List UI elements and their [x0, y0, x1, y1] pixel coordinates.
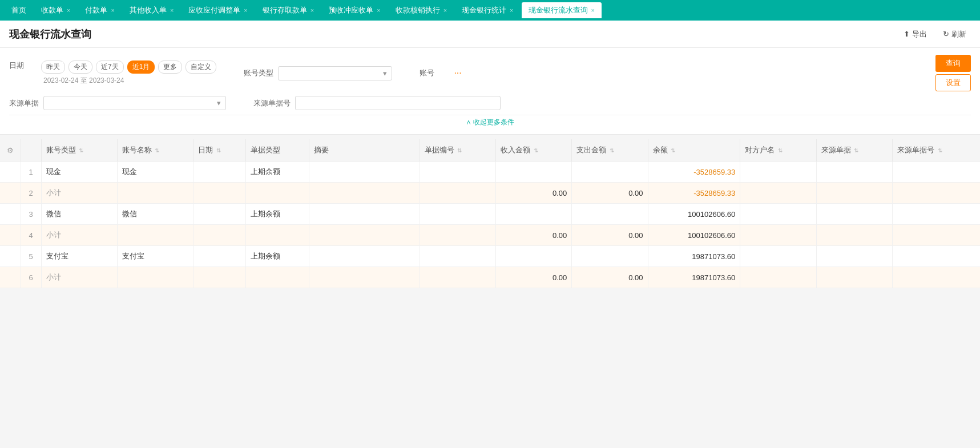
td-settings — [0, 162, 21, 183]
td-source-doc-no — [892, 267, 980, 288]
td-summary — [309, 246, 420, 267]
th-account-name[interactable]: 账号名称 ⇅ — [117, 139, 193, 162]
date-btn-more[interactable]: 更多 — [158, 60, 182, 74]
th-counterpart[interactable]: 对方户名 ⇅ — [740, 139, 816, 162]
nav-tab-4[interactable]: 银行存取款单 × — [256, 2, 321, 18]
td-expense — [572, 246, 648, 267]
nav-tab-1[interactable]: 付款单 × — [78, 2, 121, 18]
nav-tab-8[interactable]: 现金银行流水查询 × — [522, 2, 602, 18]
account-label: 账号 — [420, 68, 447, 78]
td-date — [193, 162, 245, 183]
td-account-name: 支付宝 — [117, 246, 193, 267]
table-row: 3 微信 微信 上期余额 100102606.60 — [0, 204, 980, 225]
source-doc-select[interactable]: ▾ — [43, 96, 226, 110]
td-doc-no — [420, 267, 495, 288]
table-row: 6 小计 0.00 0.00 19871073.60 — [0, 267, 980, 288]
table-row: 2 小计 0.00 0.00 -3528659.33 — [0, 183, 980, 204]
query-button[interactable]: 查询 — [935, 55, 971, 72]
td-income — [495, 162, 571, 183]
close-tab-5-icon[interactable]: × — [377, 7, 380, 14]
gear-icon[interactable]: ⚙ — [7, 146, 14, 155]
td-balance: 19871073.60 — [648, 246, 740, 267]
settings-button[interactable]: 设置 — [935, 74, 971, 91]
td-balance: 19871073.60 — [648, 267, 740, 288]
td-doc-no — [420, 183, 495, 204]
date-btn-custom[interactable]: 自定义 — [185, 60, 216, 74]
th-expense[interactable]: 支出金额 ⇅ — [572, 139, 648, 162]
td-summary — [309, 267, 420, 288]
nav-tab-2[interactable]: 其他收入单 × — [123, 2, 180, 18]
nav-tab-0[interactable]: 收款单 × — [34, 2, 77, 18]
td-account-name — [117, 183, 193, 204]
td-index: 1 — [21, 162, 41, 183]
refresh-icon: ↻ — [943, 30, 949, 38]
td-doc-no — [420, 225, 495, 246]
close-tab-4-icon[interactable]: × — [310, 7, 314, 14]
source-doc-num-input[interactable] — [295, 96, 501, 110]
export-button[interactable]: ⬆ 导出 — [899, 27, 931, 42]
nav-tab-5[interactable]: 预收冲应收单 × — [322, 2, 387, 18]
close-tab-7-icon[interactable]: × — [510, 7, 513, 14]
date-btn-7days[interactable]: 近7天 — [96, 60, 124, 74]
td-doc-no — [420, 204, 495, 225]
td-account-type: 支付宝 — [41, 246, 117, 267]
th-source-doc[interactable]: 来源单据 ⇅ — [816, 139, 892, 162]
td-expense — [572, 204, 648, 225]
nav-home[interactable]: 首页 — [5, 3, 33, 18]
close-tab-3-icon[interactable]: × — [244, 7, 247, 14]
th-date[interactable]: 日期 ⇅ — [193, 139, 245, 162]
td-expense — [572, 162, 648, 183]
table-header-row: ⚙ 账号类型 ⇅ 账号名称 ⇅ 日期 ⇅ 单据类型 摘要 单据编号 ⇅ 收入金额… — [0, 139, 980, 162]
date-btn-1month[interactable]: 近1月 — [127, 60, 155, 74]
td-account-name — [117, 225, 193, 246]
th-settings[interactable]: ⚙ — [0, 139, 21, 162]
nav-tab-7[interactable]: 现金银行统计 × — [455, 2, 520, 18]
table-body: 1 现金 现金 上期余额 -3528659.33 2 小计 0.00 0.00 … — [0, 162, 980, 288]
td-source-doc — [816, 267, 892, 288]
date-range-display: 2023-02-24 至 2023-03-24 — [43, 76, 216, 86]
close-tab-8-icon[interactable]: × — [591, 7, 595, 14]
page-header: 现金银行流水查询 ⬆ 导出 ↻ 刷新 — [0, 21, 980, 48]
td-index: 4 — [21, 225, 41, 246]
nav-tab-3[interactable]: 应收应付调整单 × — [182, 2, 254, 18]
td-source-doc-no — [892, 162, 980, 183]
td-settings — [0, 225, 21, 246]
td-doc-no — [420, 162, 495, 183]
td-account-type: 现金 — [41, 162, 117, 183]
th-income[interactable]: 收入金额 ⇅ — [495, 139, 571, 162]
td-summary — [309, 162, 420, 183]
td-date — [193, 204, 245, 225]
td-expense: 0.00 — [572, 225, 648, 246]
date-options: 昨天 今天 近7天 近1月 更多 自定义 — [41, 60, 216, 74]
td-account-type: 微信 — [41, 204, 117, 225]
collapse-conditions-btn[interactable]: ∧ 收起更多条件 — [9, 115, 971, 130]
close-tab-6-icon[interactable]: × — [443, 7, 447, 14]
table-row: 5 支付宝 支付宝 上期余额 19871073.60 — [0, 246, 980, 267]
nav-tab-6[interactable]: 收款核销执行 × — [389, 2, 454, 18]
close-tab-1-icon[interactable]: × — [111, 7, 114, 14]
th-account-type[interactable]: 账号类型 ⇅ — [41, 139, 117, 162]
filter-row-1: 日期 昨天 今天 近7天 近1月 更多 自定义 2023-02-24 至 202… — [9, 55, 971, 91]
date-btn-yesterday[interactable]: 昨天 — [41, 60, 65, 74]
td-index: 5 — [21, 246, 41, 267]
td-doc-type: 上期余额 — [245, 162, 309, 183]
th-balance[interactable]: 余额 ⇅ — [648, 139, 740, 162]
td-doc-type — [245, 183, 309, 204]
filter-row-2: 来源单据 ▾ 来源单据号 — [9, 96, 971, 110]
account-more-btn[interactable]: ··· — [451, 66, 463, 80]
td-account-type: 小计 — [41, 225, 117, 246]
date-btn-today[interactable]: 今天 — [68, 60, 92, 74]
close-tab-0-icon[interactable]: × — [67, 7, 70, 14]
td-source-doc-no — [892, 204, 980, 225]
right-filter-btns: 查询 设置 — [935, 55, 971, 91]
account-type-select[interactable]: ▾ — [278, 66, 392, 80]
top-nav: 首页 收款单 × 付款单 × 其他收入单 × 应收应付调整单 × 银行存取款单 … — [0, 0, 980, 21]
refresh-button[interactable]: ↻ 刷新 — [938, 27, 971, 42]
th-doc-no[interactable]: 单据编号 ⇅ — [420, 139, 495, 162]
th-source-doc-no[interactable]: 来源单据号 ⇅ — [892, 139, 980, 162]
td-income — [495, 246, 571, 267]
td-income: 0.00 — [495, 267, 571, 288]
td-summary — [309, 204, 420, 225]
td-index: 3 — [21, 204, 41, 225]
close-tab-2-icon[interactable]: × — [170, 7, 174, 14]
